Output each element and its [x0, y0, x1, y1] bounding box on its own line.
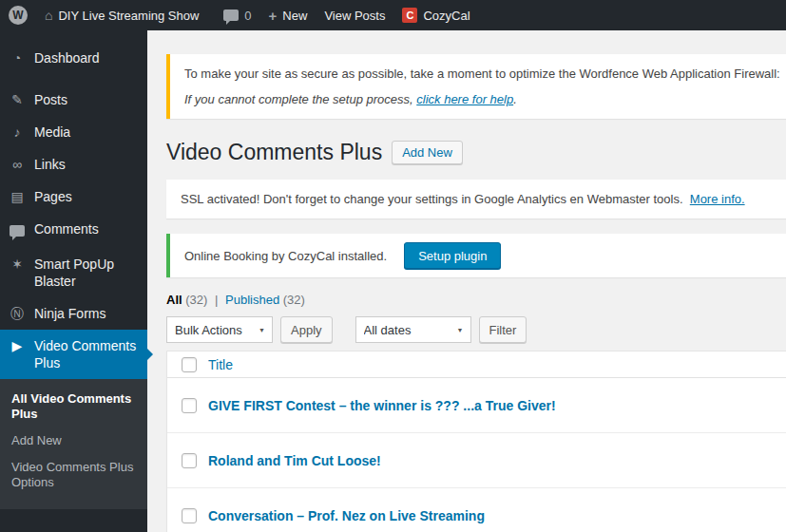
menu-separator: [0, 74, 147, 84]
sidebar-item-label: Smart PopUp Blaster: [34, 256, 140, 290]
row-checkbox[interactable]: [182, 453, 197, 468]
sidebar-item-label: Media: [34, 124, 70, 141]
sidebar-item-label: Pages: [34, 188, 72, 205]
filter-separator: |: [215, 293, 218, 307]
row-checkbox[interactable]: [182, 508, 197, 523]
comments-count: 0: [244, 9, 251, 23]
site-name-label: DIY Live Streaming Show: [58, 9, 199, 23]
sidebar-item-appearance[interactable]: ✒ Appearance: [0, 522, 147, 532]
submenu-item-all-video-comments-plus[interactable]: All Video Comments Plus: [0, 386, 147, 428]
ssl-notice: SSL activated! Don't forget to change yo…: [166, 180, 786, 218]
submenu-item-add-new[interactable]: Add New: [0, 428, 147, 454]
media-icon: ♪: [8, 124, 27, 141]
cozycal-notice: Online Booking by CozyCal installed. Set…: [166, 234, 786, 277]
admin-bar: W ⌂ DIY Live Streaming Show 0 + New View…: [0, 0, 786, 30]
filter-all-count: (32): [185, 293, 207, 307]
pages-icon: ▤: [8, 188, 27, 205]
header-checkbox-cell: [167, 357, 199, 372]
table-navigation: Bulk Actions Apply All dates Filter: [166, 316, 786, 343]
table-row: Conversation – Prof. Nez on Live Streami…: [167, 488, 786, 532]
view-posts-link[interactable]: View Posts: [316, 0, 393, 30]
posts-icon: ✎: [8, 91, 27, 108]
admin-sidebar: ◔ Dashboard ✎ Posts ♪ Media ∞ Links ▤ Pa…: [0, 30, 147, 532]
table-row: GIVE FIRST Contest – the winner is ??? .…: [167, 378, 786, 433]
active-menu-arrow-icon: [147, 349, 153, 360]
new-label: New: [282, 9, 307, 23]
posts-list-table: Title GIVE FIRST Contest – the winner is…: [166, 351, 786, 532]
submenu-item-label: Video Comments Plus Options: [11, 460, 133, 489]
site-name-link[interactable]: ⌂ DIY Live Streaming Show: [36, 0, 207, 30]
setup-plugin-button[interactable]: Setup plugin: [404, 242, 501, 269]
row-checkbox-cell: [167, 453, 199, 468]
sidebar-item-media[interactable]: ♪ Media: [0, 116, 147, 148]
video-comments-plus-icon: ▶: [8, 337, 27, 354]
admin-bar-new[interactable]: + New: [260, 0, 316, 30]
table-header-row: Title: [167, 352, 786, 378]
sidebar-item-comments[interactable]: Comments: [0, 213, 147, 248]
row-title-link[interactable]: Roland and Tim Cut Loose!: [199, 453, 381, 468]
comments-icon: [8, 220, 27, 240]
title-column-header[interactable]: Title: [199, 357, 233, 372]
sidebar-item-ninja-forms[interactable]: Ⓝ Ninja Forms: [0, 297, 147, 330]
sidebar-item-label: Comments: [34, 220, 99, 238]
wordfence-notice: To make your site as secure as possible,…: [166, 54, 786, 119]
sidebar-item-label: Ninja Forms: [34, 305, 105, 322]
sidebar-item-label: Links: [34, 156, 66, 173]
filter-button[interactable]: Filter: [479, 316, 527, 343]
row-checkbox-cell: [167, 508, 199, 523]
table-row: Roland and Tim Cut Loose!: [167, 433, 786, 488]
wordfence-notice-text: To make your site as secure as possible,…: [184, 66, 786, 82]
home-icon: ⌂: [45, 8, 52, 23]
submenu-item-label: Add New: [11, 433, 62, 447]
submenu-item-label: All Video Comments Plus: [11, 391, 131, 421]
cozycal-notice-text: Online Booking by CozyCal installed.: [184, 249, 387, 263]
bulk-actions-select[interactable]: Bulk Actions: [166, 316, 273, 343]
date-filter-wrap: All dates: [333, 316, 471, 343]
wordfence-help-line: If you cannot complete the setup process…: [184, 91, 786, 107]
sidebar-item-posts[interactable]: ✎ Posts: [0, 84, 147, 116]
sidebar-item-smart-popup-blaster[interactable]: ✶ Smart PopUp Blaster: [0, 248, 147, 297]
ninja-forms-icon: Ⓝ: [8, 305, 27, 322]
view-posts-label: View Posts: [324, 9, 385, 23]
menu-separator: [0, 509, 147, 522]
more-info-link[interactable]: More info.: [690, 192, 745, 206]
filter-published-count: (32): [283, 293, 305, 307]
sidebar-item-pages[interactable]: ▤ Pages: [0, 180, 147, 213]
comment-bubble-icon: [223, 10, 239, 21]
select-all-checkbox[interactable]: [182, 357, 197, 372]
row-title-link[interactable]: Conversation – Prof. Nez on Live Streami…: [199, 508, 485, 523]
admin-bar-cozycal[interactable]: C CozyCal: [393, 0, 478, 30]
wordpress-logo-icon: W: [9, 6, 28, 25]
sidebar-item-label: Video Comments Plus: [34, 337, 140, 371]
dashboard-icon: ◔: [8, 49, 27, 66]
wordpress-menu[interactable]: W: [0, 0, 36, 30]
cozycal-label: CozyCal: [423, 9, 470, 23]
list-view-filters: All (32) | Published (32): [166, 293, 786, 307]
date-filter-select[interactable]: All dates: [355, 316, 471, 343]
page-header: Video Comments Plus Add New: [166, 138, 786, 166]
plus-icon: +: [269, 8, 278, 24]
submenu-item-options[interactable]: Video Comments Plus Options: [0, 454, 147, 496]
sidebar-item-label: Dashboard: [34, 49, 100, 66]
ssl-notice-text: SSL activated! Don't forget to change yo…: [181, 191, 786, 207]
row-checkbox[interactable]: [182, 398, 197, 413]
add-new-button[interactable]: Add New: [392, 141, 463, 164]
apply-button[interactable]: Apply: [280, 316, 333, 343]
bulk-actions-wrap: Bulk Actions: [166, 316, 273, 343]
help-link[interactable]: click here for help: [416, 92, 513, 106]
links-icon: ∞: [8, 156, 27, 173]
sidebar-item-label: Posts: [34, 91, 67, 108]
row-title-link[interactable]: GIVE FIRST Contest – the winner is ??? .…: [199, 398, 556, 413]
sidebar-item-links[interactable]: ∞ Links: [0, 148, 147, 180]
filter-all[interactable]: All: [166, 293, 182, 307]
video-comments-plus-submenu: All Video Comments Plus Add New Video Co…: [0, 379, 147, 509]
sidebar-item-dashboard[interactable]: ◔ Dashboard: [0, 42, 147, 74]
cozycal-icon: C: [402, 8, 417, 23]
row-checkbox-cell: [167, 398, 199, 413]
popup-blaster-icon: ✶: [8, 256, 27, 273]
page-title: Video Comments Plus: [166, 138, 382, 166]
sidebar-item-video-comments-plus[interactable]: ▶ Video Comments Plus: [0, 330, 147, 379]
admin-bar-comments[interactable]: 0: [215, 0, 259, 30]
published-filter-link[interactable]: Published: [225, 293, 279, 307]
main-content: To make your site as secure as possible,…: [147, 30, 786, 532]
